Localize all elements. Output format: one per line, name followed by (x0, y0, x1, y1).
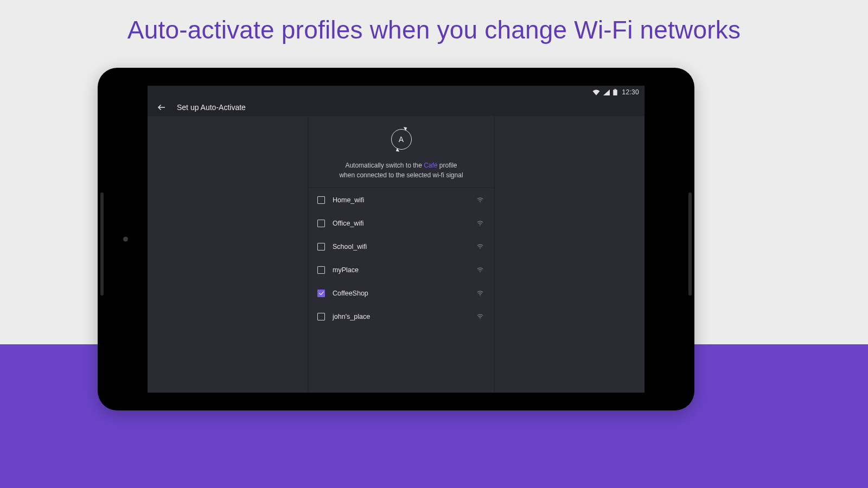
wifi-ssid: School_wifi (333, 243, 475, 251)
back-button[interactable] (154, 100, 169, 115)
pane-right (495, 116, 644, 393)
desc-prefix: Automatically switch to the (345, 162, 424, 169)
status-bar: 12:30 (148, 86, 644, 99)
wifi-status-icon (592, 89, 600, 95)
wifi-row[interactable]: myPlace (309, 258, 494, 281)
center-description: Automatically switch to the Café profile… (339, 160, 463, 180)
wifi-icon (475, 219, 485, 228)
checkbox[interactable] (317, 243, 325, 251)
wifi-ssid: john's_place (333, 313, 475, 320)
profile-name: Café (424, 162, 437, 169)
auto-activate-icon: A (391, 129, 412, 150)
wifi-ssid: myPlace (333, 266, 475, 274)
auto-icon-letter: A (399, 135, 404, 144)
wifi-icon (475, 195, 485, 205)
svg-point-6 (480, 272, 480, 272)
tablet-camera (123, 237, 128, 242)
app-bar: Set up Auto-Activate (148, 99, 644, 116)
wifi-icon (475, 265, 485, 275)
svg-point-4 (480, 225, 480, 226)
wifi-icon (475, 242, 485, 252)
checkbox[interactable] (317, 196, 325, 204)
svg-rect-1 (615, 89, 616, 90)
svg-point-8 (480, 318, 480, 319)
svg-rect-0 (614, 90, 618, 96)
desc-suffix: profile (438, 162, 457, 169)
arrow-left-icon (157, 102, 167, 112)
wifi-list: Home_wifiOffice_wifiSchool_wifimyPlaceCo… (309, 188, 494, 328)
tablet-rail-right (688, 192, 692, 296)
wifi-row[interactable]: john's_place (309, 305, 494, 328)
pane-left (148, 116, 309, 393)
wifi-row[interactable]: CoffeeShop (309, 281, 494, 305)
wifi-icon (475, 312, 485, 322)
wifi-icon (475, 288, 485, 298)
checkbox[interactable] (317, 220, 325, 227)
tablet-screen: 12:30 Set up Auto-Activate A (148, 86, 644, 393)
center-header: A Automatically switch to the Café profi… (309, 116, 494, 188)
wifi-row[interactable]: Home_wifi (309, 188, 494, 211)
content-row: A Automatically switch to the Café profi… (148, 116, 644, 393)
svg-point-7 (480, 295, 480, 296)
pane-center: A Automatically switch to the Café profi… (309, 116, 495, 393)
checkbox[interactable] (317, 313, 325, 320)
wifi-row[interactable]: Office_wifi (309, 211, 494, 235)
status-time: 12:30 (622, 88, 639, 96)
battery-icon (613, 89, 617, 95)
wifi-ssid: CoffeeShop (333, 290, 475, 297)
desc-line2: when connected to the selected wi-fi sig… (339, 171, 463, 179)
wifi-ssid: Office_wifi (333, 220, 475, 227)
cell-signal-icon (603, 89, 610, 95)
wifi-row[interactable]: School_wifi (309, 235, 494, 258)
tablet-frame: 12:30 Set up Auto-Activate A (98, 68, 694, 410)
checkbox[interactable] (317, 266, 325, 274)
wifi-ssid: Home_wifi (333, 196, 475, 204)
checkbox[interactable] (317, 290, 325, 297)
svg-point-5 (480, 248, 480, 249)
app-bar-title: Set up Auto-Activate (177, 103, 246, 112)
tablet-rail-left (100, 192, 104, 296)
svg-point-3 (480, 202, 480, 202)
page-headline: Auto-activate profiles when you change W… (0, 15, 868, 44)
